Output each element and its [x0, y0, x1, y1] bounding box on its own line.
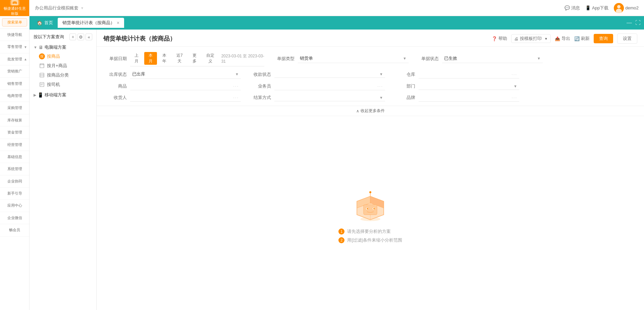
- date-filter[interactable]: 上月 本月 本年 近7天 更多 自定义 2023-03-01 至 2023-03…: [130, 51, 264, 66]
- receiver-input[interactable]: ···: [130, 94, 241, 102]
- collapse-label: 收起更多条件: [361, 108, 385, 114]
- salesperson-input[interactable]: ···: [274, 82, 385, 90]
- chevron-right-icon: ▶: [34, 93, 36, 97]
- breadcrumb-arrow: ▾: [81, 6, 83, 10]
- sidebar-item-appcenter[interactable]: 应用中心: [0, 200, 29, 212]
- bill-type-dropdown[interactable]: 销货单 ▼: [298, 54, 409, 63]
- scheme-group-desktop-header[interactable]: ▼ 🖥 电脑端方案: [30, 43, 96, 52]
- app-download-button[interactable]: 📱 App下载: [585, 5, 608, 11]
- scheme-item-goods-category[interactable]: 按商品分类: [30, 70, 96, 80]
- empty-illustration: [350, 183, 390, 223]
- sidebar-item-collab[interactable]: 企业协同: [0, 175, 29, 188]
- scheme-item-driver[interactable]: 按司机: [30, 80, 96, 89]
- tip-text-2: 用[过滤]条件来缩小分析范围: [347, 237, 402, 243]
- date-btn-7days[interactable]: 近7天: [172, 52, 187, 65]
- page-title-bar: 销货单统计计表（按商品） ❓ 帮助 🖨 按模板打印 ▼ 📤 导出: [97, 30, 644, 47]
- sidebar-item-system[interactable]: 系统管理: [0, 163, 29, 175]
- scheme-item-goods-category-label: 按商品分类: [47, 72, 69, 78]
- sidebar-item-purchase[interactable]: 采购管理: [0, 102, 29, 114]
- brand-input[interactable]: ···: [419, 94, 519, 102]
- nav-label-guide: 新手引导: [7, 191, 22, 195]
- sidebar-item-wholesale[interactable]: 批发管理 ▲: [0, 53, 29, 65]
- scheme-item-by-goods[interactable]: 按 按商品: [30, 52, 96, 61]
- warehouse-input[interactable]: ···: [419, 70, 519, 79]
- print-button[interactable]: 🖨 按模板打印 ▼: [511, 34, 551, 43]
- refresh-label: 刷新: [581, 36, 590, 42]
- warehouse-label: 仓库: [392, 71, 419, 78]
- panel-header-icons: ＋ ⚙ «: [69, 34, 92, 40]
- settings-button[interactable]: 设置: [617, 34, 637, 44]
- sidebar-item-sales[interactable]: 销售管理: [0, 78, 29, 90]
- chevron-down-icon: ▼: [379, 96, 383, 100]
- scheme-group-mobile-header[interactable]: ▶ 📱 移动端方案: [30, 91, 96, 99]
- out-status-dropdown[interactable]: 已出库 ▼: [130, 70, 241, 79]
- top-header: 办公用品行业模拟账套 ▾ 💬 消息 📱 App下载 de: [30, 0, 644, 16]
- refresh-button[interactable]: 🔄 刷新: [574, 36, 590, 42]
- minimize-button[interactable]: —: [626, 19, 633, 26]
- scheme-group-mobile: ▶ 📱 移动端方案: [30, 91, 96, 99]
- nav-label-operation: 经营管理: [7, 143, 22, 147]
- chevron-up-icon: ▲: [24, 57, 27, 61]
- tab-active[interactable]: 销货单统计计表（按商品） ×: [58, 18, 124, 28]
- sidebar-item-basic[interactable]: 基础信息: [0, 151, 29, 163]
- print-icon: 🖨: [514, 36, 519, 41]
- date-btn-prev-month[interactable]: 上月: [130, 52, 143, 65]
- collapse-panel-button[interactable]: «: [86, 34, 92, 40]
- payment-status-dropdown[interactable]: ▼: [274, 71, 385, 78]
- dept-label: 部门: [392, 83, 419, 89]
- date-btn-year[interactable]: 本年: [158, 52, 171, 65]
- search-menu-button[interactable]: 搜索菜单: [2, 18, 27, 27]
- sidebar-item-finance[interactable]: 资金管理: [0, 126, 29, 139]
- tab-home[interactable]: 🏠 首页: [32, 18, 58, 28]
- help-icon: ❓: [492, 36, 497, 41]
- help-label: 帮助: [498, 36, 507, 42]
- query-button[interactable]: 查询: [594, 34, 613, 43]
- sidebar-item-quick-nav[interactable]: 快捷导航: [0, 29, 29, 41]
- add-scheme-button[interactable]: ＋: [69, 34, 76, 40]
- message-button[interactable]: 💬 消息: [565, 5, 580, 11]
- scheme-icon-category: [39, 72, 45, 78]
- tip-number-1: 1: [338, 228, 344, 235]
- date-btn-current-month[interactable]: 本月: [144, 52, 157, 65]
- date-btn-more[interactable]: 更多: [188, 52, 201, 65]
- date-btn-custom[interactable]: 自定义: [202, 52, 219, 65]
- export-button[interactable]: 📤 导出: [555, 36, 570, 42]
- user-menu[interactable]: demo2: [614, 3, 639, 13]
- chevron-down-icon: ▼: [24, 45, 27, 49]
- content-wrapper: 按以下方案查询 ＋ ⚙ « ▼ 🖥 电脑端方案 按 按商品: [30, 30, 644, 310]
- nav-label-collab: 企业协同: [7, 179, 22, 183]
- scheme-item-month-goods[interactable]: 按月+商品: [30, 61, 96, 70]
- sidebar-item-operation[interactable]: 经营管理: [0, 139, 29, 151]
- sidebar-item-inventory[interactable]: 库存核算: [0, 114, 29, 126]
- sidebar-item-member[interactable]: 畅会员: [0, 224, 29, 236]
- help-button[interactable]: ❓ 帮助: [492, 36, 507, 42]
- main-content: 销货单统计计表（按商品） ❓ 帮助 🖨 按模板打印 ▼ 📤 导出: [97, 30, 644, 310]
- nav-label-wholesale: 批发管理: [7, 57, 22, 61]
- goods-input[interactable]: ···: [130, 82, 241, 90]
- bill-status-label: 单据状态: [415, 56, 442, 62]
- sidebar-item-ecommerce[interactable]: 电商管理: [0, 90, 29, 102]
- panel-header-label: 按以下方案查询: [34, 34, 64, 40]
- sidebar-item-guide[interactable]: 新手引导: [0, 188, 29, 200]
- scheme-icon-driver: [39, 82, 45, 88]
- window-controls: — ⛶: [626, 19, 641, 26]
- dept-dropdown[interactable]: ▼: [419, 83, 519, 90]
- sidebar-item-marketing[interactable]: 营销推广: [0, 65, 29, 78]
- empty-tip-2: 2 用[过滤]条件来缩小分析范围: [338, 237, 402, 243]
- edit-scheme-button[interactable]: ⚙: [77, 34, 84, 40]
- maximize-button[interactable]: ⛶: [635, 19, 641, 26]
- settlement-dropdown[interactable]: ▼: [274, 94, 385, 101]
- page-title: 销货单统计计表（按商品）: [103, 35, 492, 43]
- main-area: 办公用品行业模拟账套 ▾ 💬 消息 📱 App下载 de: [30, 0, 644, 310]
- sidebar-item-retail[interactable]: 零售管理 ▼: [0, 41, 29, 53]
- sidebar-item-wechat[interactable]: 企业微信: [0, 212, 29, 224]
- bill-type-label: 单据类型: [271, 56, 298, 62]
- tab-close-button[interactable]: ×: [117, 20, 119, 25]
- chevron-down-icon: ▼: [403, 56, 407, 60]
- bill-status-dropdown[interactable]: 已生效 ▼: [442, 54, 543, 63]
- svg-point-21: [369, 191, 371, 193]
- collapse-bar[interactable]: ∧ 收起更多条件: [97, 106, 644, 116]
- dots-icon: ···: [512, 95, 517, 100]
- download-icon: 📱: [585, 5, 591, 10]
- out-status-label: 出库状态: [103, 71, 130, 78]
